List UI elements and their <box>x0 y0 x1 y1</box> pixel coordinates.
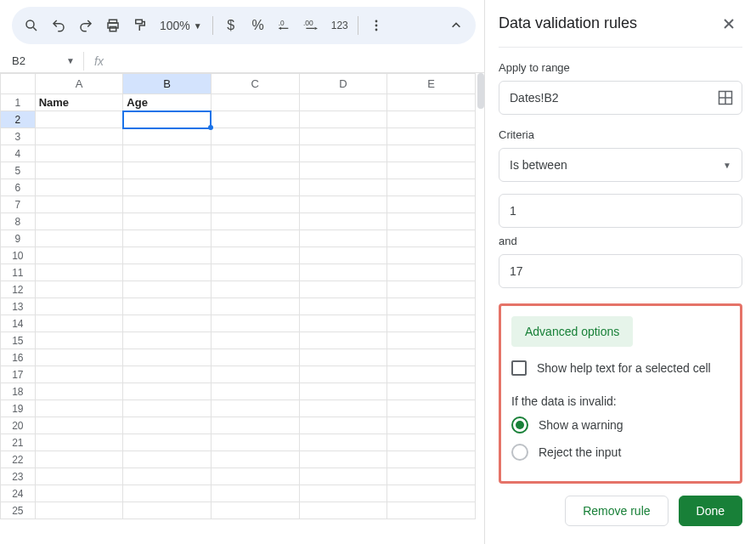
cell[interactable] <box>211 349 299 366</box>
cell[interactable] <box>211 111 299 128</box>
show-help-text-option[interactable]: Show help text for a selected cell <box>511 360 730 376</box>
range-field[interactable] <box>508 90 718 105</box>
cell[interactable] <box>299 230 387 247</box>
row-header[interactable]: 12 <box>1 281 36 298</box>
checkbox-unchecked-icon[interactable] <box>511 360 527 376</box>
cell[interactable] <box>299 349 387 366</box>
cell[interactable] <box>123 383 212 400</box>
cell[interactable] <box>35 111 123 128</box>
column-header[interactable]: E <box>387 74 476 94</box>
cell[interactable] <box>35 485 123 502</box>
more-menu-icon[interactable] <box>364 13 389 38</box>
cell[interactable] <box>35 434 123 451</box>
redo-icon[interactable] <box>73 13 99 38</box>
row-header[interactable]: 21 <box>1 434 36 451</box>
cell[interactable] <box>387 162 476 179</box>
cell[interactable] <box>35 179 123 196</box>
cell[interactable] <box>387 366 476 383</box>
cell[interactable] <box>123 451 212 468</box>
cell[interactable] <box>211 332 299 349</box>
criteria-dropdown[interactable]: Is between ▼ <box>499 148 742 182</box>
cell[interactable] <box>387 247 476 264</box>
cell[interactable] <box>123 434 212 451</box>
row-header[interactable]: 3 <box>1 128 36 145</box>
cell[interactable] <box>387 383 476 400</box>
cell[interactable] <box>387 94 476 111</box>
advanced-options-button[interactable]: Advanced options <box>511 316 633 347</box>
cell[interactable] <box>211 213 299 230</box>
more-formats-icon[interactable]: 123 <box>327 13 353 38</box>
cell[interactable] <box>211 162 299 179</box>
cell[interactable] <box>35 281 123 298</box>
cell[interactable] <box>299 281 387 298</box>
cell[interactable] <box>123 400 212 417</box>
cell[interactable] <box>387 213 476 230</box>
collapse-toolbar-icon[interactable] <box>443 13 469 38</box>
cell[interactable] <box>387 128 476 145</box>
cell[interactable] <box>299 315 387 332</box>
criteria-to-input[interactable] <box>499 254 742 288</box>
cell[interactable] <box>299 434 387 451</box>
cell[interactable] <box>35 366 123 383</box>
select-all-corner[interactable] <box>1 74 36 94</box>
paint-format-icon[interactable] <box>127 13 153 38</box>
cell[interactable] <box>123 179 212 196</box>
row-header[interactable]: 23 <box>1 468 36 485</box>
cell[interactable] <box>387 281 476 298</box>
spreadsheet-grid[interactable]: ABCDE 1NameAge23456789101112131415161718… <box>0 73 484 544</box>
cell[interactable] <box>299 417 387 434</box>
cell[interactable] <box>123 468 212 485</box>
cell[interactable]: Age <box>123 94 212 111</box>
cell[interactable] <box>123 247 212 264</box>
cell[interactable] <box>387 400 476 417</box>
cell[interactable] <box>387 196 476 213</box>
cell[interactable] <box>387 145 476 162</box>
row-header[interactable]: 22 <box>1 451 36 468</box>
cell[interactable] <box>387 111 476 128</box>
select-range-icon[interactable] <box>718 90 733 105</box>
vertical-scrollbar[interactable] <box>477 73 484 109</box>
cell[interactable]: Name <box>35 94 123 111</box>
radio-unselected-icon[interactable] <box>511 444 528 461</box>
cell[interactable] <box>211 434 299 451</box>
cell[interactable] <box>123 349 212 366</box>
cell[interactable] <box>387 451 476 468</box>
apply-range-input[interactable] <box>499 81 742 115</box>
row-header[interactable]: 6 <box>1 179 36 196</box>
cell[interactable] <box>299 400 387 417</box>
cell[interactable] <box>123 332 212 349</box>
cell[interactable] <box>123 111 212 128</box>
percent-icon[interactable]: % <box>245 13 271 38</box>
row-header[interactable]: 25 <box>1 502 36 519</box>
cell[interactable] <box>299 196 387 213</box>
column-header[interactable]: D <box>299 74 387 94</box>
cell[interactable] <box>211 145 299 162</box>
formula-input[interactable] <box>110 49 484 72</box>
cell[interactable] <box>211 179 299 196</box>
cell[interactable] <box>123 502 212 519</box>
cell[interactable] <box>123 281 212 298</box>
row-header[interactable]: 18 <box>1 383 36 400</box>
radio-selected-icon[interactable] <box>511 416 528 434</box>
column-header[interactable]: B <box>123 74 212 94</box>
decrease-decimal-icon[interactable]: .0 <box>273 13 298 38</box>
row-header[interactable]: 2 <box>1 111 36 128</box>
cell[interactable] <box>387 485 476 502</box>
cell[interactable] <box>299 468 387 485</box>
cell[interactable] <box>123 264 212 281</box>
cell[interactable] <box>299 502 387 519</box>
column-header[interactable]: C <box>211 74 299 94</box>
row-header[interactable]: 8 <box>1 213 36 230</box>
cell[interactable] <box>299 451 387 468</box>
cell[interactable] <box>299 264 387 281</box>
cell[interactable] <box>35 213 123 230</box>
cell[interactable] <box>387 332 476 349</box>
cell[interactable] <box>299 366 387 383</box>
cell[interactable] <box>299 162 387 179</box>
cell[interactable] <box>387 349 476 366</box>
cell[interactable] <box>211 366 299 383</box>
cell[interactable] <box>211 247 299 264</box>
column-header[interactable]: A <box>35 74 123 94</box>
cell[interactable] <box>387 230 476 247</box>
cell[interactable] <box>211 94 299 111</box>
